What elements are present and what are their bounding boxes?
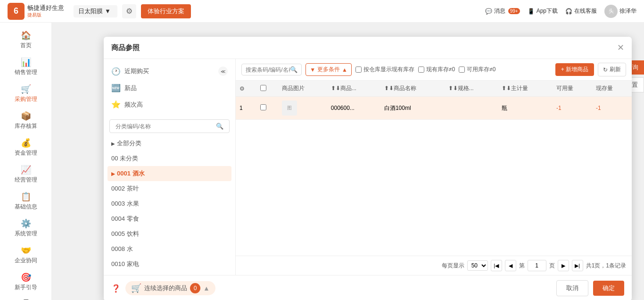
category-fruit[interactable]: 0003 水果 — [107, 196, 231, 211]
td-image: 图 — [278, 97, 327, 120]
sidebar-item-basic-info[interactable]: 📋 基础信息 — [0, 188, 51, 215]
td-code: 000600... — [327, 97, 380, 120]
last-page-button[interactable]: ▶| — [572, 260, 583, 271]
basic-info-icon: 📋 — [21, 192, 31, 202]
goods-table-wrap: ⚙ 商品图片 ⬆⬇商品... ⬆⬇商品名称 — [236, 81, 632, 256]
help-icon[interactable]: ❓ — [111, 284, 121, 293]
recent-purchase-nav[interactable]: 🕐 近期购买 ≪ — [104, 63, 235, 80]
td-unit: 瓶 — [498, 97, 553, 120]
app-download-btn[interactable]: 📱 App下载 — [528, 7, 558, 15]
checkbox-available-stock[interactable]: 可用库存≠0 — [459, 66, 495, 74]
new-icon: 🆕 — [111, 83, 121, 92]
th-available: 可用量 — [553, 81, 592, 97]
per-page-select[interactable]: 50 — [467, 260, 488, 271]
checkbox-by-warehouse[interactable]: 按仓库显示现有库存 — [355, 66, 414, 74]
checkbox-current-stock[interactable]: 现有库存≠0 — [418, 66, 455, 74]
sidebar-item-home[interactable]: 🏠 首页 — [0, 26, 51, 53]
trial-button[interactable]: 体验行业方案 — [141, 4, 191, 18]
sidebar-item-purchase[interactable]: 🛒 采购管理 — [0, 80, 51, 107]
th-unit[interactable]: ⬆⬇主计量 — [498, 81, 553, 97]
sidebar-item-sales[interactable]: 📊 销售管理 — [0, 53, 51, 80]
td-stock: -1 — [592, 97, 632, 120]
category-appliances[interactable]: 0010 家电 — [107, 257, 231, 272]
table-row[interactable]: 1 图 000600... 白酒100ml 瓶 -1 — [236, 97, 632, 120]
category-tea[interactable]: 0002 茶叶 — [107, 181, 231, 196]
td-checkbox[interactable] — [256, 97, 279, 120]
next-page-button[interactable]: ▶ — [558, 260, 569, 271]
category-water[interactable]: 0008 水 — [107, 242, 231, 257]
cart-icon: 🛒 — [131, 283, 141, 293]
guide-icon: 🎯 — [21, 272, 31, 283]
modal-close-button[interactable]: ✕ — [617, 42, 624, 53]
add-goods-button[interactable]: + 新增商品 — [555, 63, 594, 76]
cart-area[interactable]: 🛒 连续选择的商品 0 ▲ — [125, 281, 215, 295]
more-filter-button[interactable]: ▼ 更多条件 ▲ — [305, 63, 352, 76]
logo-text: 畅捷通好生意 捷易版 — [27, 4, 64, 18]
inventory-icon: 📦 — [21, 111, 31, 121]
category-all[interactable]: ▶ 全部分类 — [107, 136, 231, 151]
th-name[interactable]: ⬆⬇商品名称 — [380, 81, 445, 97]
category-unclassified[interactable]: 00 未分类 — [107, 151, 231, 166]
sidebar-item-finance[interactable]: 💰 资金管理 — [0, 134, 51, 161]
th-spec[interactable]: ⬆⬇规格... — [445, 81, 498, 97]
sidebar-item-system[interactable]: ⚙️ 系统管理 — [0, 215, 51, 242]
recent-icon: 🕐 — [111, 67, 121, 76]
prev-page-button[interactable]: ◀ — [505, 260, 516, 271]
settings-icon[interactable]: ⚙ — [122, 4, 136, 18]
category-list: ▶ 全部分类 00 未分类 ▶ 0001 酒水 0002 茶叶 — [104, 136, 235, 272]
home-icon: 🏠 — [21, 30, 31, 41]
th-code[interactable]: ⬆⬇商品... — [327, 81, 380, 97]
expand-icon[interactable]: ▲ — [203, 284, 210, 292]
modal-footer: ❓ 🛒 连续选择的商品 0 ▲ 取消 确定 — [104, 275, 632, 300]
cancel-button[interactable]: 取消 — [556, 280, 588, 296]
sidebar-item-enterprise[interactable]: 🤝 企业协同 — [0, 242, 51, 268]
sidebar-item-inventory[interactable]: 📦 库存核算 — [0, 107, 51, 134]
refresh-button[interactable]: ↻ 刷新 — [598, 63, 626, 76]
th-checkbox[interactable] — [256, 81, 279, 97]
category-snacks[interactable]: 0004 零食 — [107, 211, 231, 226]
refresh-icon: ↻ — [603, 67, 608, 73]
td-name: 白酒100ml — [380, 97, 445, 120]
th-stock: 现存量 — [592, 81, 632, 97]
new-goods-nav[interactable]: 🆕 新品 — [104, 80, 235, 96]
pagination: 每页显示 50 |◀ ◀ 第 页 ▶ ▶| 共1页，1条记录 — [236, 256, 632, 275]
td-spec — [445, 97, 498, 120]
collapse-button[interactable]: ≪ — [218, 67, 228, 76]
sidebar-item-guide[interactable]: 🎯 新手引导 — [0, 268, 51, 295]
category-search-input[interactable] — [116, 123, 216, 130]
user-avatar[interactable]: 头 徐泽华 — [604, 5, 636, 18]
th-image: 商品图片 — [278, 81, 327, 97]
first-page-button[interactable]: |◀ — [491, 260, 502, 271]
high-freq-nav[interactable]: ⭐ 频次高 — [104, 96, 235, 113]
goods-reference-modal: 商品参照 ✕ 🕐 近期购买 ≪ 🆕 新品 ⭐ — [104, 37, 632, 300]
goods-search-wrap[interactable]: 🔍 — [241, 64, 302, 75]
main-area: 查询 设置 商品参照 ✕ 🕐 近期购买 ≪ 🆕 — [52, 23, 644, 300]
category-drinks[interactable]: 0005 饮料 — [107, 226, 231, 242]
page-input[interactable] — [528, 260, 546, 271]
sales-icon: 📊 — [21, 57, 31, 67]
sidebar-item-apps[interactable]: 📱 应用中心 — [0, 295, 51, 300]
modal-title: 商品参照 — [111, 43, 140, 52]
sidebar: 🏠 首页 📊 销售管理 🛒 采购管理 📦 库存核算 💰 资金管理 📈 经营管理 … — [0, 23, 52, 300]
show-disabled-area[interactable]: 显示停用 — [104, 272, 235, 275]
sidebar-item-business[interactable]: 📈 经营管理 — [0, 161, 51, 188]
online-service-btn[interactable]: 🎧 在线客服 — [565, 7, 597, 15]
toolbar: 🔍 ▼ 更多条件 ▲ 按仓库显示现有库存 — [236, 59, 632, 81]
system-icon: ⚙️ — [21, 218, 31, 229]
modal-header: 商品参照 ✕ — [104, 37, 632, 59]
confirm-button[interactable]: 确定 — [593, 281, 624, 296]
goods-search-input[interactable] — [246, 67, 290, 73]
messages-btn[interactable]: 💬 消息 99+ — [485, 7, 520, 15]
finance-icon: 💰 — [21, 138, 31, 148]
left-panel: 🕐 近期购买 ≪ 🆕 新品 ⭐ 频次高 🔍 — [104, 59, 236, 275]
th-settings[interactable]: ⚙ — [236, 81, 256, 97]
store-selector[interactable]: 日太阳膜 ▼ — [74, 5, 117, 17]
category-liquor[interactable]: ▶ 0001 酒水 — [107, 166, 231, 181]
nav-right: 💬 消息 99+ 📱 App下载 🎧 在线客服 头 徐泽华 — [485, 5, 636, 18]
td-index: 1 — [236, 97, 256, 120]
category-search-bar[interactable]: 🔍 — [109, 119, 230, 133]
logo-area: 6 畅捷通好生意 捷易版 — [8, 3, 64, 20]
top-navigation: 6 畅捷通好生意 捷易版 日太阳膜 ▼ ⚙ 体验行业方案 💬 消息 99+ 📱 … — [0, 0, 644, 23]
goods-table: ⚙ 商品图片 ⬆⬇商品... ⬆⬇商品名称 — [236, 81, 632, 120]
logo-icon: 6 — [8, 3, 25, 20]
